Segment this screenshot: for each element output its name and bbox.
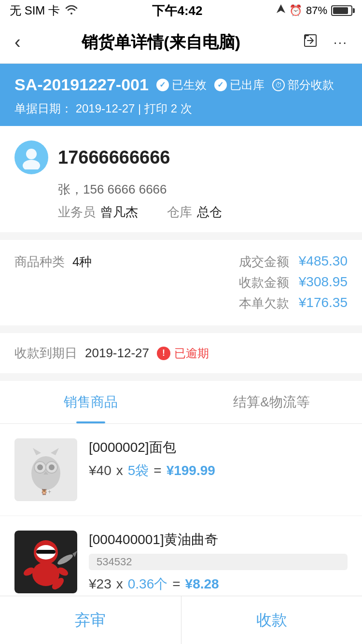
bottom-bar: 弃审 收款: [0, 596, 362, 644]
alarm-icon: ⏰: [289, 4, 302, 17]
status-bar-time: 下午4:42: [152, 2, 202, 19]
product-sku: 534532: [89, 554, 348, 570]
back-button[interactable]: ‹: [14, 32, 21, 53]
svg-text:🦉+: 🦉+: [41, 488, 51, 495]
status-bar: 无 SIM 卡 下午4:42 ⏰ 87%: [0, 0, 362, 21]
carrier-label: 无 SIM 卡: [10, 3, 60, 18]
product-item: 🦉+ [0000002]面包 ¥40 x 5袋 = ¥199.99: [0, 424, 362, 516]
product-tabs: 销售商品 结算&物流等: [0, 381, 362, 424]
nav-bar: ‹ 销货单详情(来自电脑) ···: [0, 21, 362, 64]
warehouse: 仓库 总仓: [167, 204, 222, 221]
tab-settlement-logistics[interactable]: 结算&物流等: [181, 381, 362, 423]
svg-point-2: [23, 160, 40, 169]
customer-name-phone: 张，156 6666 6666: [14, 181, 348, 198]
battery-percentage: 87%: [306, 4, 327, 17]
order-badges: ✓ 已生效 ✓ 已出库 ⏱ 部分收款: [156, 77, 334, 93]
product-image-bread: 🦉+: [14, 438, 77, 501]
status-bar-right: ⏰ 87%: [277, 4, 352, 17]
payment-button[interactable]: 收款: [181, 596, 362, 644]
more-button[interactable]: ···: [334, 35, 348, 50]
badge-partial-payment: ⏱ 部分收款: [272, 77, 334, 93]
product-image-cookie: [14, 531, 77, 593]
overdue-icon: !: [157, 347, 170, 360]
sales-person: 业务员 曾凡杰: [58, 204, 138, 221]
wifi-icon: [65, 4, 78, 17]
customer-avatar: [14, 140, 48, 174]
nav-actions: ···: [302, 32, 348, 53]
customer-id: 17666666666: [58, 147, 170, 168]
status-bar-left: 无 SIM 卡: [10, 3, 78, 18]
products-section: 🦉+ [0000002]面包 ¥40 x 5袋 = ¥199.99: [0, 424, 362, 608]
summary-right: 成交金额 ¥485.30 收款金额 ¥308.95 本单欠款 ¥176.35: [239, 253, 348, 312]
cancel-review-button[interactable]: 弃审: [0, 596, 181, 644]
product-price-bread: ¥40 x 5袋 = ¥199.99: [89, 462, 348, 480]
order-date-info: 单据日期： 2019-12-27 | 打印 2 次: [14, 101, 348, 116]
badge-effective: ✓ 已生效: [156, 77, 207, 93]
summary-section: 商品种类 4种 成交金额 ¥485.30 收款金额 ¥308.95 本单欠款 ¥…: [0, 240, 362, 325]
product-item: [000400001]黄油曲奇 534532 ¥23 x 0.36个 = ¥8.…: [0, 516, 362, 608]
due-date-section: 收款到期日 2019-12-27 ! 已逾期: [0, 333, 362, 373]
svg-point-7: [37, 464, 43, 470]
overdue-badge: ! 已逾期: [157, 346, 209, 361]
order-id: SA-20191227-001: [14, 75, 149, 94]
share-icon[interactable]: [302, 32, 319, 53]
product-info-cookie: [000400001]黄油曲奇 534532 ¥23 x 0.36个 = ¥8.…: [89, 531, 348, 593]
summary-left: 商品种类 4种: [14, 253, 92, 270]
header-banner: SA-20191227-001 ✓ 已生效 ✓ 已出库 ⏱ 部分收款 单据日期：…: [0, 64, 362, 126]
gps-icon: [277, 4, 285, 17]
customer-meta: 业务员 曾凡杰 仓库 总仓: [14, 204, 348, 221]
page-title: 销货单详情(来自电脑): [82, 31, 240, 54]
svg-rect-16: [36, 550, 56, 554]
svg-point-8: [49, 464, 55, 470]
customer-section: 17666666666 张，156 6666 6666 业务员 曾凡杰 仓库 总…: [0, 126, 362, 232]
product-price-cookie: ¥23 x 0.36个 = ¥8.28: [89, 575, 348, 593]
product-info-bread: [0000002]面包 ¥40 x 5袋 = ¥199.99: [89, 438, 348, 480]
svg-point-1: [26, 149, 37, 159]
battery-icon: [331, 4, 352, 17]
badge-shipped: ✓ 已出库: [214, 77, 265, 93]
tab-sales-products[interactable]: 销售商品: [0, 381, 181, 423]
